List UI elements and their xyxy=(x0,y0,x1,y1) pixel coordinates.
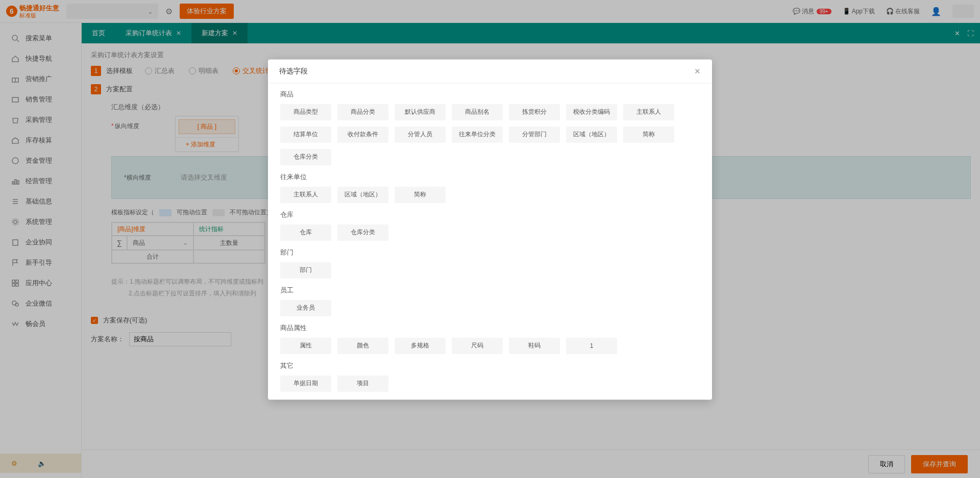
field-chip[interactable]: 往来单位分类 xyxy=(452,126,503,142)
field-chip[interactable]: 1 xyxy=(566,337,617,354)
field-chip[interactable]: 颜色 xyxy=(337,337,388,354)
field-group: 往来单位主联系人区域（地区）简称 xyxy=(280,172,700,203)
field-chip[interactable]: 简称 xyxy=(395,186,446,203)
field-group: 员工业务员 xyxy=(280,285,700,316)
field-chip[interactable]: 仓库分类 xyxy=(280,148,331,165)
field-chip[interactable]: 拣货积分 xyxy=(509,104,560,120)
field-chip[interactable]: 默认供应商 xyxy=(395,104,446,120)
field-chip[interactable]: 项目 xyxy=(337,375,388,391)
field-group: 仓库仓库仓库分类 xyxy=(280,210,700,240)
field-group: 商品属性属性颜色多规格尺码鞋码1 xyxy=(280,323,700,354)
field-chip[interactable]: 单据日期 xyxy=(280,375,331,391)
field-chip[interactable]: 区域（地区） xyxy=(337,186,388,203)
field-chip[interactable]: 税收分类编码 xyxy=(566,104,617,120)
field-group-title: 员工 xyxy=(280,285,700,294)
modal-body: 商品商品类型商品分类默认供应商商品别名拣货积分税收分类编码主联系人结算单位收付款… xyxy=(268,83,712,399)
field-chip[interactable]: 鞋码 xyxy=(509,337,560,354)
field-group: 商品商品类型商品分类默认供应商商品别名拣货积分税收分类编码主联系人结算单位收付款… xyxy=(280,89,700,165)
field-picker-modal: 待选字段 ✕ 商品商品类型商品分类默认供应商商品别名拣货积分税收分类编码主联系人… xyxy=(268,59,712,399)
field-chip[interactable]: 多规格 xyxy=(395,337,446,354)
field-chip[interactable]: 仓库 xyxy=(280,224,331,240)
field-chip[interactable]: 分管人员 xyxy=(395,126,446,142)
field-chip[interactable]: 主联系人 xyxy=(280,186,331,203)
field-group-title: 商品属性 xyxy=(280,323,700,332)
field-group-title: 商品 xyxy=(280,89,700,98)
field-chip[interactable]: 仓库分类 xyxy=(337,224,388,240)
field-chip[interactable]: 收付款条件 xyxy=(337,126,388,142)
field-chip[interactable]: 分管部门 xyxy=(509,126,560,142)
field-group-title: 部门 xyxy=(280,247,700,257)
modal-close-button[interactable]: ✕ xyxy=(694,66,701,76)
field-chip[interactable]: 商品分类 xyxy=(337,104,388,120)
field-chip[interactable]: 属性 xyxy=(280,337,331,354)
field-group: 其它单据日期项目 xyxy=(280,361,700,391)
field-chip[interactable]: 业务员 xyxy=(280,299,331,316)
field-chip[interactable]: 部门 xyxy=(280,262,331,278)
field-chip[interactable]: 简称 xyxy=(623,126,674,142)
field-chip[interactable]: 商品类型 xyxy=(280,104,331,120)
field-group: 部门部门 xyxy=(280,247,700,278)
modal-title: 待选字段 xyxy=(279,66,308,76)
field-chip[interactable]: 主联系人 xyxy=(623,104,674,120)
field-group-title: 其它 xyxy=(280,361,700,370)
field-chip[interactable]: 商品别名 xyxy=(452,104,503,120)
field-chip[interactable]: 尺码 xyxy=(452,337,503,354)
field-chip[interactable]: 结算单位 xyxy=(280,126,331,142)
field-chip[interactable]: 区域（地区） xyxy=(566,126,617,142)
field-group-title: 往来单位 xyxy=(280,172,700,181)
field-group-title: 仓库 xyxy=(280,210,700,219)
